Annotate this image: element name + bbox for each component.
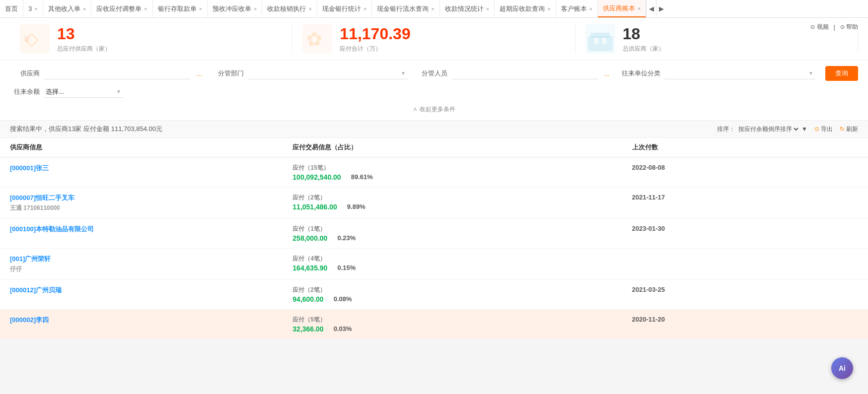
nav-tab-supplier-ledger[interactable]: 供应商账本 × — [598, 0, 646, 17]
svg-rect-9 — [602, 38, 606, 44]
last-pay-cell: 2022-08-08 — [632, 164, 858, 171]
col-header-supplier-info: 供应商信息 — [10, 143, 292, 152]
supplier-name-link[interactable]: [000012]广州贝瑞 — [10, 286, 62, 294]
payable-percent: 0.08% — [334, 295, 352, 303]
category-select[interactable] — [664, 67, 816, 79]
sort-label: 排序： — [717, 125, 735, 133]
search-row-1: 供应商 ... 分管部门 ▼ 分管人员 ... 往来单位分类 — [10, 66, 858, 81]
card-data-payable-suppliers: 13 总应付供应商（家） — [57, 24, 282, 53]
nav-next-arrow[interactable]: ▶ — [656, 0, 666, 17]
nav-tab-cash-bank-stat[interactable]: 现金银行统计 × — [317, 0, 372, 17]
sort-control[interactable]: 排序： 按应付余额倒序排序 按应付余额正序排序 ▼ — [717, 125, 807, 133]
table-row[interactable]: [000007]恒旺二手叉车 王通 17106110000 应付（2笔） 11,… — [0, 188, 868, 219]
dept-label: 分管部门 — [214, 69, 244, 78]
video-link[interactable]: ⊙ 视频 — [810, 23, 828, 31]
close-icon[interactable]: × — [34, 6, 37, 12]
last-pay-cell: 2021-11-17 — [632, 194, 858, 201]
balance-field: 往来余额 选择... ▼ — [10, 86, 123, 98]
payable-amount: 11,051,486.00 — [292, 203, 337, 211]
last-pay-cell: 2020-11-20 — [632, 316, 858, 323]
payable-amount: 100,092,540.00 — [292, 173, 341, 181]
refresh-button[interactable]: ↻ 刷新 — [840, 125, 858, 133]
supplier-info-cell: [001]广州荣轩 仔仔 — [10, 255, 292, 273]
summary-card-payable-suppliers: ◇ ¥ 13 总应付供应商（家） — [10, 24, 292, 54]
person-ellipsis-btn[interactable]: ... — [602, 69, 612, 77]
dept-select[interactable] — [248, 67, 408, 79]
table-row[interactable]: [000001]张三 应付（15笔） 100,092,540.00 89.61%… — [0, 158, 868, 188]
supplier-info-cell: [000001]张三 — [10, 164, 292, 173]
payable-label: 应付（2笔） — [292, 194, 632, 202]
nav-tab-overdue[interactable]: 超期应收款查询 × — [495, 0, 556, 17]
data-table: 供应商信息 应付交易信息（占比） 上次付数 [000001]张三 应付（15笔）… — [0, 138, 868, 339]
nav-tab-3[interactable]: 3 × — [23, 0, 43, 17]
close-icon[interactable]: × — [144, 6, 147, 12]
close-icon[interactable]: × — [638, 5, 641, 11]
table-row[interactable]: [001]广州荣轩 仔仔 应付（4笔） 164,635.90 0.15% — [0, 249, 868, 280]
nav-tab-bank[interactable]: 银行存取款单 × — [153, 0, 208, 17]
nav-tab-customer-ledger[interactable]: 客户账本 × — [556, 0, 598, 17]
card-data-total-payable: 11,170.39 应付合计（万） — [340, 24, 565, 53]
last-pay-date: 2021-03-25 — [632, 286, 665, 293]
last-pay-date: 2020-11-20 — [632, 316, 665, 323]
close-icon[interactable]: × — [83, 6, 86, 12]
nav-prev-arrow[interactable]: ◀ — [646, 0, 656, 17]
nav-tab-adjustment[interactable]: 应收应付调整单 × — [91, 0, 152, 17]
payable-info-cell: 应付（5笔） 32,366.00 0.03% — [292, 316, 632, 333]
supplier-name-link[interactable]: [000100]本特勒油品有限公司 — [10, 225, 94, 233]
close-icon[interactable]: × — [254, 6, 257, 12]
export-icon: ⊙ — [814, 126, 819, 132]
close-icon[interactable]: × — [486, 6, 489, 12]
dept-field: 分管部门 ▼ — [214, 67, 408, 79]
person-field: 分管人员 ... — [418, 67, 612, 79]
total-supplier-icon — [585, 24, 615, 54]
collapse-bar[interactable]: ∧ 收起更多条件 — [10, 103, 858, 116]
sort-select[interactable]: 按应付余额倒序排序 按应付余额正序排序 — [736, 125, 800, 133]
close-icon[interactable]: × — [589, 6, 592, 12]
supplier-name-link[interactable]: [000001]张三 — [10, 164, 49, 172]
nav-tab-cash-flow[interactable]: 现金银行流水查询 × — [372, 0, 439, 17]
total-payable-icon: ✿ — [302, 24, 332, 54]
close-icon[interactable]: × — [547, 6, 550, 12]
help-link[interactable]: ⊙ 帮助 — [840, 23, 858, 31]
payable-info-cell: 应付（15笔） 100,092,540.00 89.61% — [292, 164, 632, 181]
nav-tab-other-income[interactable]: 其他收入单 × — [43, 0, 91, 17]
refresh-icon: ↻ — [840, 126, 845, 132]
person-input[interactable] — [451, 67, 598, 79]
table-row[interactable]: [000100]本特勒油品有限公司 应付（1笔） 258,000.00 0.23… — [0, 219, 868, 249]
supplier-name-link[interactable]: [000002]李四 — [10, 316, 49, 324]
export-button[interactable]: ⊙ 导出 — [814, 125, 833, 133]
supplier-name-link[interactable]: [001]广州荣轩 — [10, 255, 51, 263]
payable-percent: 0.23% — [337, 234, 356, 242]
close-icon[interactable]: × — [308, 6, 311, 12]
table-row[interactable]: [000002]李四 应付（5笔） 32,366.00 0.03% 2020-1… — [0, 310, 868, 339]
summary-area: ◇ ¥ 13 总应付供应商（家） ✿ 11,170.39 应付合计（万） 18 — [0, 18, 868, 60]
payable-supplier-label: 总应付供应商（家） — [57, 45, 282, 53]
query-button[interactable]: 查询 — [825, 66, 858, 81]
person-label: 分管人员 — [418, 69, 447, 78]
svg-rect-8 — [594, 38, 598, 44]
separator: | — [834, 24, 835, 31]
search-row-2: 往来余额 选择... ▼ — [10, 86, 858, 98]
balance-select[interactable]: 选择... — [44, 86, 123, 97]
payable-amount-row: 258,000.00 0.23% — [292, 233, 632, 242]
supplier-name-link[interactable]: [000007]恒旺二手叉车 — [10, 194, 74, 201]
table-row[interactable]: [000012]广州贝瑞 应付（2笔） 94,600.00 0.08% 2021… — [0, 280, 868, 310]
col-header-payable-info: 应付交易信息（占比） — [292, 143, 632, 152]
payable-amount: 258,000.00 — [292, 234, 327, 242]
supplier-ellipsis-btn[interactable]: ... — [194, 69, 204, 77]
last-pay-date: 2021-11-17 — [632, 194, 665, 201]
nav-tab-advance[interactable]: 预收冲应收单 × — [208, 0, 262, 17]
supplier-input[interactable] — [44, 67, 190, 79]
close-icon[interactable]: × — [363, 6, 366, 12]
payable-amount-row: 94,600.00 0.08% — [292, 294, 632, 303]
result-bar: 搜索结果中，供应商13家 应付金额 111,703,854.00元 排序： 按应… — [0, 121, 868, 138]
summary-card-total-payable: ✿ 11,170.39 应付合计（万） — [292, 24, 575, 54]
nav-tab-collection-stat[interactable]: 收款情况统计 × — [440, 0, 495, 17]
nav-tab-home[interactable]: 首页 — [0, 0, 23, 17]
payable-label: 应付（2笔） — [292, 286, 632, 294]
close-icon[interactable]: × — [431, 6, 434, 12]
close-icon[interactable]: × — [199, 6, 202, 12]
nav-tab-collection[interactable]: 收款核销执行 × — [262, 0, 317, 17]
supplier-contact: 王通 17106110000 — [10, 204, 292, 212]
top-navigation: 首页 3 × 其他收入单 × 应收应付调整单 × 银行存取款单 × 预收冲应收单… — [0, 0, 868, 18]
